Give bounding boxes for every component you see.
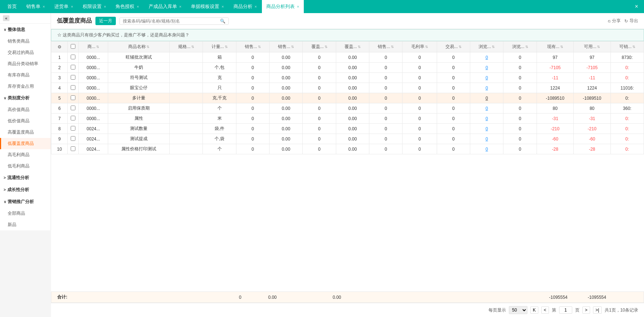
col-current[interactable]: 现有...⇅	[537, 41, 573, 52]
col-browse2[interactable]: 浏览...⇅	[503, 41, 537, 52]
search-input[interactable]	[123, 19, 218, 24]
col-sales-qty[interactable]: 销售...⇅	[236, 41, 269, 52]
sidebar-item-high-profit[interactable]: 高毛利商品	[0, 149, 51, 161]
row-checkbox-cell[interactable]	[68, 124, 79, 134]
nav-production-close-icon[interactable]: ×	[179, 4, 181, 9]
select-all-checkbox[interactable]	[71, 44, 75, 49]
row-checkbox[interactable]	[71, 106, 75, 110]
last-page-button[interactable]: >|	[593, 306, 602, 314]
col-unit[interactable]: 计量...⇅	[203, 41, 236, 52]
nav-home[interactable]: 首页	[3, 0, 21, 13]
period-button[interactable]: 近一月	[95, 17, 116, 25]
row-checkbox-cell[interactable]	[68, 52, 79, 63]
row-sales-amt: 0.00	[270, 93, 303, 103]
row-checkbox[interactable]	[71, 75, 75, 80]
row-browse1[interactable]: 0	[470, 103, 503, 114]
sidebar-collapse-button[interactable]: «	[3, 15, 9, 21]
row-checkbox-cell[interactable]	[68, 134, 79, 144]
nav-permissions-close-icon[interactable]: ×	[104, 4, 106, 9]
sidebar-item-high-coverage[interactable]: 高覆盖度商品	[0, 127, 51, 138]
sidebar-item-high-value[interactable]: 高价值商品	[0, 104, 51, 115]
sidebar-item-new-goods[interactable]: 新品	[0, 219, 51, 230]
page-number-input[interactable]	[559, 306, 572, 314]
row-browse1[interactable]: 0	[470, 124, 503, 134]
sidebar-item-all-goods[interactable]: 全部商品	[0, 208, 51, 219]
nav-purchase[interactable]: 进货单 ×	[50, 0, 77, 13]
col-spec[interactable]: 规格...⇅	[170, 41, 203, 52]
nav-permissions[interactable]: 权限设置 ×	[78, 0, 110, 13]
col-cover1[interactable]: 覆盖...⇅	[303, 41, 336, 52]
export-button[interactable]: ↻ 导出	[624, 18, 638, 24]
row-checkbox-cell[interactable]	[68, 103, 79, 114]
row-checkbox[interactable]	[71, 126, 75, 131]
sidebar-item-capital[interactable]: 库存资金占用	[0, 81, 51, 92]
sidebar-item-inventory-goods[interactable]: 有库存商品	[0, 70, 51, 81]
col-sales2[interactable]: 销售...⇅	[369, 41, 402, 52]
row-checkbox-cell[interactable]	[68, 63, 79, 73]
nav-template[interactable]: 单据模板设置 ×	[186, 0, 228, 13]
row-checkbox[interactable]	[71, 55, 75, 59]
nav-roles[interactable]: 角色授权 ×	[111, 0, 143, 13]
col-saleable[interactable]: 可销...⇅	[610, 41, 644, 52]
sidebar-item-low-profit[interactable]: 低毛利商品	[0, 161, 51, 172]
row-browse1[interactable]: 0	[470, 93, 503, 103]
per-page-select[interactable]: 50 100 200	[509, 306, 527, 314]
row-browse1[interactable]: 0	[470, 144, 503, 154]
search-icon[interactable]: 🔍	[220, 19, 225, 24]
col-code[interactable]: 商...⇅	[79, 41, 108, 52]
col-trade[interactable]: 交易...⇅	[437, 41, 470, 52]
nav-analysis[interactable]: 商品分析 ×	[229, 0, 261, 13]
col-checkbox[interactable]	[68, 41, 79, 52]
row-browse1[interactable]: 0	[470, 73, 503, 83]
prev-page-button[interactable]: <	[541, 306, 549, 314]
row-browse1[interactable]: 0	[470, 114, 503, 124]
nav-analysis-list-close-icon[interactable]: ×	[297, 4, 299, 9]
nav-template-close-icon[interactable]: ×	[221, 4, 224, 9]
sidebar-section-overall[interactable]: ∨ 整体信息	[0, 24, 51, 36]
sidebar-section-growth[interactable]: > 成长性分析	[0, 184, 51, 196]
row-checkbox-cell[interactable]	[68, 83, 79, 93]
settings-icon[interactable]: ⚙	[58, 44, 62, 49]
sidebar-item-low-coverage[interactable]: 低覆盖度商品	[0, 138, 51, 149]
sidebar-item-sales-goods[interactable]: 销售类商品	[0, 36, 51, 47]
row-browse1[interactable]: 0	[470, 83, 503, 93]
row-browse1[interactable]: 0	[470, 52, 503, 63]
window-close-icon[interactable]: ×	[632, 3, 641, 10]
col-browse1[interactable]: 浏览...⇅	[470, 41, 503, 52]
col-available[interactable]: 可用...⇅	[574, 41, 610, 52]
col-sales-amt[interactable]: 销售...⇅	[270, 41, 303, 52]
nav-production[interactable]: 产成品入库单 ×	[144, 0, 186, 13]
section-arrow-circulation: >	[4, 176, 6, 180]
nav-purchase-close-icon[interactable]: ×	[71, 4, 73, 9]
nav-analysis-close-icon[interactable]: ×	[255, 4, 257, 9]
row-checkbox-cell[interactable]	[68, 114, 79, 124]
row-checkbox[interactable]	[71, 85, 75, 90]
col-cover2[interactable]: 覆盖...⇅	[336, 41, 369, 52]
row-checkbox[interactable]	[71, 116, 75, 120]
row-checkbox[interactable]	[71, 65, 75, 70]
sidebar-item-low-value[interactable]: 低价值商品	[0, 115, 51, 127]
nav-analysis-list[interactable]: 商品分析列表 ×	[262, 0, 303, 13]
sidebar-section-circulation[interactable]: > 流通性分析	[0, 172, 51, 184]
col-name[interactable]: 商品名称⇅	[108, 41, 169, 52]
next-page-button[interactable]: >	[582, 306, 590, 314]
row-browse1[interactable]: 0	[470, 63, 503, 73]
nav-sales[interactable]: 销售单 ×	[22, 0, 49, 13]
sidebar-section-marketing[interactable]: ∨ 营销推广分析	[0, 196, 51, 208]
nav-sales-close-icon[interactable]: ×	[43, 4, 45, 9]
row-checkbox[interactable]	[71, 95, 75, 100]
row-checkbox-cell[interactable]	[68, 144, 79, 154]
sidebar-item-category-rate[interactable]: 商品分类动销率	[0, 58, 51, 70]
row-checkbox-cell[interactable]	[68, 93, 79, 103]
col-gross-rate[interactable]: 毛利率⇅	[402, 41, 437, 52]
share-button[interactable]: ⎋ 分享	[608, 18, 621, 24]
sidebar-section-category[interactable]: ∨ 类别度分析	[0, 92, 51, 104]
row-browse1[interactable]: 0	[470, 134, 503, 144]
row-checkbox[interactable]	[71, 136, 75, 141]
row-checkbox[interactable]	[71, 146, 75, 151]
sidebar-item-traded-goods[interactable]: 交易过的商品	[0, 47, 51, 58]
nav-roles-close-icon[interactable]: ×	[137, 4, 139, 9]
row-checkbox-cell[interactable]	[68, 73, 79, 83]
col-settings[interactable]: ⚙	[51, 41, 68, 52]
first-page-button[interactable]: K	[530, 306, 538, 314]
